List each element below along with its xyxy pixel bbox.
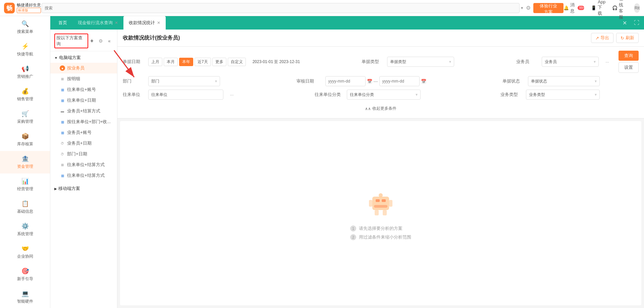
app-download-action[interactable]: 📱 App下载 — [591, 0, 605, 16]
sidebar-item-hardware[interactable]: 💻 智能硬件 — [0, 286, 50, 308]
filter-area: 单据日期 上月 本月 本年 近7天 更多 自定义 2023-01-01 至 — [117, 47, 644, 118]
refresh-button[interactable]: ↻ 刷新 — [616, 33, 639, 43]
search-input[interactable] — [42, 3, 519, 13]
scheme-item-unit-settle1[interactable]: ⊞ 往来单位+结算方式 — [50, 159, 117, 170]
online-service-action[interactable]: 🎧 在线客服 — [612, 0, 627, 20]
scheme-item-unit-date[interactable]: ▦ 往来单位+日期 — [50, 95, 117, 106]
counter-unit-more-icon[interactable]: ··· — [229, 92, 235, 97]
svg-rect-3 — [374, 205, 387, 208]
scheme-item-staff-date[interactable]: ⏱ 业务员+日期 — [50, 138, 117, 149]
flash-icon: ⚡ — [21, 43, 29, 50]
messages-action[interactable]: 🔔 消息 99+ — [564, 2, 584, 14]
tabs-bar: 首页 现金银行流水查询 ✕ 收款情况统计 ✕ ✕ ⛶ — [50, 16, 644, 30]
custom-btn[interactable]: 自定义 — [228, 58, 246, 66]
staff-select[interactable]: 业务员 ▾ — [542, 57, 599, 67]
sidebar-label: 搜索菜单 — [17, 29, 33, 35]
scheme-item-staff-settle[interactable]: ▬ 业务员+结算方式 — [50, 106, 117, 116]
logo-text-area: 畅捷通好生意 标准版 — [17, 3, 41, 13]
doc-type-label: 单据类型 — [362, 59, 382, 65]
empty-tips: 1 请先选择要分析的方案 2 用过滤条件来缩小分析范围 — [350, 225, 411, 240]
triangle-right-icon: ▶ — [54, 187, 57, 191]
sidebar-label: 系统管理 — [17, 231, 33, 237]
filter-settings-button[interactable]: 设置 — [619, 62, 639, 73]
scheme-item-dept-date[interactable]: ⏱ 部门+日期 — [50, 149, 117, 159]
scheme-item-staff-account[interactable]: ▦ 业务员+账号 — [50, 127, 117, 138]
desktop-scheme-group-header[interactable]: ▼ 电脑端方案 — [50, 53, 117, 63]
sidebar-label: 采购管理 — [17, 119, 33, 124]
query-button[interactable]: 查询 — [619, 51, 639, 61]
sidebar-item-operation[interactable]: 📊 经营管理 — [0, 173, 50, 196]
gear-icon: ⚙️ — [21, 222, 29, 230]
online-service-label: 在线客服 — [619, 0, 627, 20]
laptop-icon: 💻 — [21, 290, 29, 297]
scheme-item-label: 按业务员 — [67, 65, 85, 71]
sidebar-item-finance[interactable]: 🏦 资金管理 — [0, 151, 50, 173]
sidebar-item-purchase[interactable]: 🛒 采购管理 — [0, 106, 50, 129]
scheme-icon-staff: ● — [60, 65, 65, 71]
tab-bank[interactable]: 现金银行流水查询 ✕ — [72, 16, 123, 30]
scheme-item-unit-account[interactable]: ▦ 往来单位+账号 — [50, 84, 117, 95]
sidebar-item-sales[interactable]: 💰 销售管理 — [0, 84, 50, 106]
audit-date-from-input[interactable] — [325, 76, 366, 86]
trial-industry-button[interactable]: 体验行业方案 — [533, 3, 564, 13]
settings-icon[interactable]: ⚙ — [526, 5, 531, 11]
sidebar-item-marketing[interactable]: 📢 营销推广 — [0, 61, 50, 84]
clipboard-icon: 📋 — [21, 200, 29, 207]
date-to: 2023-12-31 — [279, 59, 300, 64]
dropdown-chevron-icon[interactable]: ▾ — [521, 5, 523, 10]
messages-label: 消息 — [570, 2, 576, 14]
calendar-from-icon[interactable]: 📅 — [367, 79, 372, 84]
audit-date-to-input[interactable] — [379, 76, 420, 86]
logo-icon: 畅 — [4, 3, 15, 13]
date-label: 单据日期 — [123, 59, 143, 65]
scheme-item-unit-settle2[interactable]: ▦ 往来单位+结算方式 — [50, 170, 117, 181]
sidebar-item-newbie[interactable]: 🎯 新手引导 — [0, 263, 50, 286]
prev-month-btn[interactable]: 上月 — [148, 58, 162, 66]
this-year-btn[interactable]: 本年 — [179, 58, 193, 66]
counter-unit-select[interactable]: 往来单位 — [148, 90, 223, 100]
tab-receipt-label: 收款情况统计 — [129, 20, 155, 26]
calendar-to-icon[interactable]: 📅 — [421, 79, 426, 84]
doc-type-placeholder: 单据类型 — [390, 59, 406, 65]
bell-icon: 🔔 — [564, 5, 569, 10]
last7-btn[interactable]: 近7天 — [195, 58, 211, 66]
sidebar-item-inventory[interactable]: 📦 库存核算 — [0, 129, 50, 151]
this-month-btn[interactable]: 本月 — [164, 58, 178, 66]
staff-more-icon[interactable]: ··· — [604, 59, 610, 64]
mobile-scheme-group-header[interactable]: ▶ 移动端方案 — [50, 184, 117, 194]
user-avatar[interactable]: Rit — [634, 3, 640, 13]
counter-unit-type-select[interactable]: 往来单位分类 ▾ — [347, 90, 421, 100]
scheme-item-unit-dept-recv[interactable]: ▦ 按往来单位+部门+收... — [50, 116, 117, 127]
sidebar-item-search[interactable]: 🔍 搜索菜单 — [0, 16, 50, 39]
scheme-item-label: 按明细 — [67, 76, 80, 82]
doc-status-select[interactable]: 单据状态 ▾ — [528, 76, 600, 86]
biz-type-select[interactable]: 业务类型 ▾ — [526, 90, 600, 100]
doc-type-select[interactable]: 单据类型 ▾ — [387, 57, 454, 67]
scheme-item-by-detail[interactable]: ⊞ 按明细 — [50, 73, 117, 84]
counter-unit-type-label: 往来单位分类 — [315, 92, 341, 98]
right-panel-header: 收款情况统计(按业务员) ↗ 导出 ↻ 刷新 — [117, 30, 644, 47]
sidebar-item-system[interactable]: ⚙️ 系统管理 — [0, 218, 50, 241]
filter-row-1: 单据日期 上月 本月 本年 近7天 更多 自定义 2023-01-01 至 — [123, 51, 639, 73]
sidebar-item-quicknav[interactable]: ⚡ 快捷导航 — [0, 39, 50, 61]
tab-receipt[interactable]: 收款情况统计 ✕ — [123, 16, 166, 30]
collapse-more-btn[interactable]: ∧∧ 收起更多条件 — [123, 103, 639, 114]
tab-home[interactable]: 首页 — [53, 16, 72, 30]
dept-select[interactable]: 部门 ▾ — [148, 76, 220, 86]
sidebar-label: 企业协同 — [17, 254, 33, 259]
svg-rect-1 — [376, 199, 380, 202]
scheme-item-by-staff[interactable]: ● 按业务员 — [50, 63, 117, 73]
more-btn[interactable]: 更多 — [212, 58, 226, 66]
scheme-settings-btn[interactable]: ⚙ — [97, 37, 104, 45]
export-button[interactable]: ↗ 导出 — [591, 33, 613, 43]
main-layout: 🔍 搜索菜单 ⚡ 快捷导航 📢 营销推广 💰 销售管理 🛒 采购管理 📦 库存核… — [0, 16, 644, 308]
tab-bank-close[interactable]: ✕ — [115, 20, 118, 25]
add-scheme-btn[interactable]: + — [88, 37, 96, 45]
sidebar-item-enterprise[interactable]: 🤝 企业协同 — [0, 241, 50, 263]
scheme-item-label: 往来单位+结算方式 — [67, 172, 105, 178]
header-actions: 🔔 消息 99+ 📱 App下载 🎧 在线客服 Rit — [564, 0, 640, 20]
sidebar-item-basic[interactable]: 📋 基础信息 — [0, 196, 50, 218]
tab-receipt-close[interactable]: ✕ — [157, 20, 160, 25]
panel-collapse-btn[interactable]: « — [106, 37, 113, 45]
export-icon: ↗ — [595, 36, 599, 41]
